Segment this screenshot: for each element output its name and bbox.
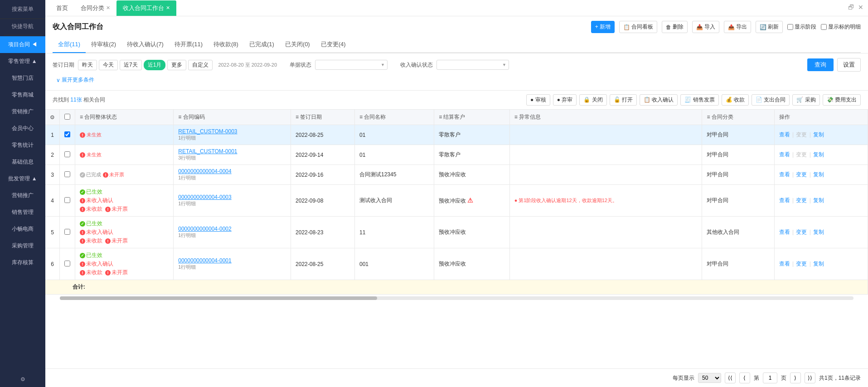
status-tab-completed[interactable]: 已完成(1) — [244, 37, 280, 53]
sidebar-item-sales[interactable]: 销售管理 — [0, 204, 45, 221]
op-view-1[interactable]: 查看 — [779, 131, 790, 138]
show-fields-input[interactable] — [787, 24, 793, 30]
last-page-btn[interactable]: ⟩⟩ — [805, 372, 815, 383]
filter-date-more[interactable]: 更多 — [167, 60, 186, 70]
income-confirm-select[interactable] — [436, 60, 509, 70]
contract-link-3[interactable]: 0000000000004-0004 — [178, 168, 231, 174]
horizontal-scrollbar[interactable] — [60, 296, 853, 300]
select-all-checkbox[interactable] — [64, 114, 70, 120]
tab-home[interactable]: 首页 — [50, 0, 74, 16]
row-checkbox-3[interactable] — [64, 171, 70, 177]
op-change-6[interactable]: 变更 — [796, 261, 807, 267]
row-checkbox-1[interactable] — [64, 131, 70, 137]
sidebar-item-marketing2[interactable]: 营销推广 — [0, 187, 45, 204]
op-change-3[interactable]: 变更 — [796, 171, 807, 178]
op-copy-5[interactable]: 复制 — [813, 229, 824, 235]
contract-link-4[interactable]: 0000000000004-0003 — [178, 194, 231, 200]
status-tab-pending-invoice[interactable]: 待开票(11) — [169, 37, 208, 53]
first-page-btn[interactable]: ⟨⟨ — [725, 372, 736, 383]
contract-link-6[interactable]: 0000000000004-0001 — [178, 257, 231, 264]
filter-date-today[interactable]: 今天 — [99, 60, 118, 70]
op-view-6[interactable]: 查看 — [779, 261, 790, 267]
scroll-thumb[interactable] — [60, 296, 377, 300]
import-button[interactable]: 📥 导入 — [692, 21, 719, 33]
op-copy-6[interactable]: 复制 — [813, 261, 824, 267]
sidebar-nav[interactable]: 快捷导航 — [0, 19, 45, 34]
filter-date-custom[interactable]: 自定义 — [188, 60, 213, 70]
show-detail-checkbox[interactable]: 显示标的明细 — [821, 23, 861, 31]
col-setting[interactable]: ⚙ — [45, 110, 60, 125]
row-checkbox-2[interactable] — [64, 151, 70, 157]
status-tab-pending-review[interactable]: 待审核(2) — [86, 37, 121, 53]
tab-contract-cat[interactable]: 合同分类 ✕ — [74, 0, 116, 16]
income-confirm-btn[interactable]: 📋 收入确认 — [640, 94, 678, 106]
tab-close-income-workbench[interactable]: ✕ — [166, 5, 170, 11]
op-copy-3[interactable]: 复制 — [813, 171, 824, 178]
op-copy-1[interactable]: 复制 — [813, 131, 824, 138]
next-page-btn[interactable]: ⟩ — [790, 372, 801, 383]
status-tab-all[interactable]: 全部(11) — [53, 37, 86, 53]
op-change-5[interactable]: 变更 — [796, 229, 807, 235]
sales-invoice-btn[interactable]: 🧾 销售发票 — [680, 94, 718, 106]
doc-status-select[interactable] — [315, 60, 388, 70]
sidebar-item-project[interactable]: 项目合同 ◀ — [0, 36, 45, 53]
op-view-5[interactable]: 查看 — [779, 229, 790, 235]
row-checkbox-5[interactable] — [64, 229, 70, 235]
page-size-select[interactable]: 50 100 200 — [698, 373, 721, 383]
add-button[interactable]: + 新增 — [591, 21, 615, 33]
filter-date-1month[interactable]: 近1月 — [144, 60, 166, 70]
sidebar-settings[interactable]: ⚙ — [0, 372, 45, 387]
expense-contract-btn[interactable]: 📄 支出合同 — [752, 94, 790, 106]
sidebar-item-stats[interactable]: 零售统计 — [0, 137, 45, 154]
sidebar-item-retail2[interactable]: 零售商城 — [0, 87, 45, 103]
expense-out-btn[interactable]: 💸 费用支出 — [823, 94, 861, 106]
sidebar-item-smart[interactable]: 智慧门店 — [0, 70, 45, 87]
close-btn[interactable]: 🔒 关闭 — [579, 94, 606, 106]
sidebar-item-marketing[interactable]: 营销推广 — [0, 103, 45, 120]
status-tab-closed[interactable]: 已关闭(0) — [280, 37, 315, 53]
abandon-audit-btn[interactable]: ● 弃审 — [553, 94, 577, 106]
op-view-3[interactable]: 查看 — [779, 171, 790, 178]
contract-board-button[interactable]: 📋 合同看板 — [619, 21, 657, 33]
sidebar-search[interactable]: 搜索菜单 — [0, 0, 45, 19]
refresh-button[interactable]: 🔄 刷新 — [756, 21, 783, 33]
open-btn[interactable]: 🔓 打开 — [610, 94, 637, 106]
show-fields-checkbox[interactable]: 显示阶段 — [787, 23, 816, 31]
tab-close-contract-cat[interactable]: ✕ — [106, 5, 110, 11]
audit-btn[interactable]: ● 审核 — [526, 94, 550, 106]
purchase-btn[interactable]: 🛒 采购 — [792, 94, 820, 106]
op-change-2[interactable]: 变更 — [796, 151, 807, 158]
query-button[interactable]: 查询 — [807, 58, 834, 71]
sidebar-item-member[interactable]: 会员中心 — [0, 120, 45, 137]
filter-date-yesterday[interactable]: 昨天 — [78, 60, 97, 70]
sidebar-item-batch[interactable]: 批发管理 ▲ — [0, 170, 45, 187]
sidebar-item-basic[interactable]: 基础信息 — [0, 154, 45, 170]
setting-button[interactable]: 设置 — [837, 58, 861, 72]
tab-income-workbench[interactable]: 收入合同工作台 ✕ — [116, 0, 176, 16]
status-tab-pending-collect[interactable]: 待收款(8) — [208, 37, 244, 53]
op-copy-2[interactable]: 复制 — [813, 151, 824, 158]
op-change-4[interactable]: 变更 — [796, 197, 807, 203]
sidebar-item-purchase[interactable]: 采购管理 — [0, 237, 45, 254]
op-view-2[interactable]: 查看 — [779, 151, 790, 158]
contract-link-5[interactable]: 0000000000004-0002 — [178, 226, 231, 232]
contract-link-1[interactable]: RETAIL_CUSTOM-0003 — [178, 128, 237, 135]
close-btn[interactable]: ✕ — [858, 4, 863, 11]
op-copy-4[interactable]: 复制 — [813, 197, 824, 203]
expand-conditions-button[interactable]: ∨ 展开更多条件 — [53, 74, 98, 86]
export-button[interactable]: 📤 导出 — [724, 21, 751, 33]
op-view-4[interactable]: 查看 — [779, 197, 790, 203]
delete-button[interactable]: 🗑 删除 — [662, 21, 688, 33]
sidebar-item-xiaochangec[interactable]: 小畅电商 — [0, 221, 45, 237]
status-tab-changed[interactable]: 已变更(4) — [315, 37, 351, 53]
status-tab-pending-income[interactable]: 待收入确认(7) — [121, 37, 169, 53]
filter-date-7days[interactable]: 近7天 — [120, 60, 142, 70]
prev-page-btn[interactable]: ⟨ — [739, 372, 750, 383]
op-change-1[interactable]: 变更 — [796, 131, 807, 138]
minimize-btn[interactable]: 🗗 — [848, 4, 854, 11]
contract-link-2[interactable]: RETAIL_CUSTOM-0001 — [178, 148, 237, 155]
show-detail-input[interactable] — [821, 24, 827, 30]
sidebar-item-retail[interactable]: 零售管理 ▲ — [0, 53, 45, 70]
page-input[interactable] — [763, 372, 777, 383]
row-checkbox-4[interactable] — [64, 197, 70, 203]
